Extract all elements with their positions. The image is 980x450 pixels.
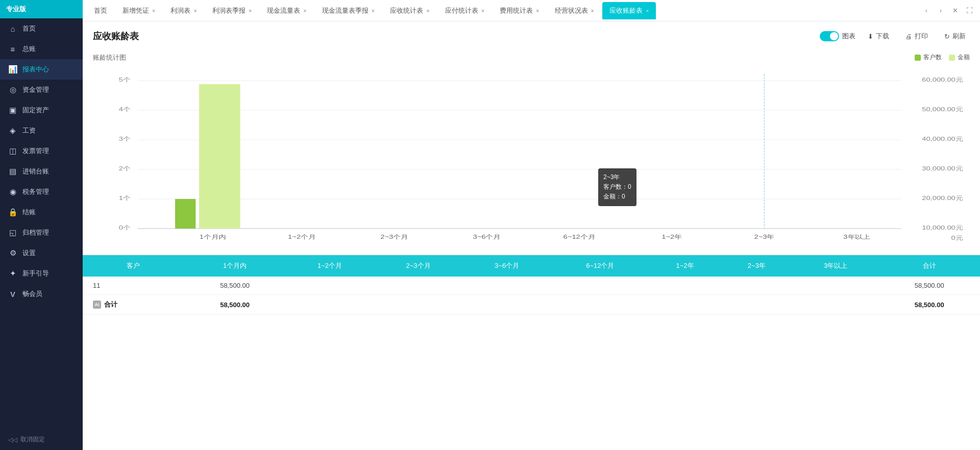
sidebar-unpin[interactable]: ◁◁ 取消固定 xyxy=(0,429,83,450)
sidebar-item-ledger[interactable]: ≡ 总账 xyxy=(0,39,83,59)
cell-m612 xyxy=(551,277,649,295)
tab-profit[interactable]: 利润表 × xyxy=(163,2,204,19)
tab-cashflow[interactable]: 现金流量表 × xyxy=(260,2,313,19)
tab-cashflow-close[interactable]: × xyxy=(303,8,306,14)
svg-text:2~3个月: 2~3个月 xyxy=(380,234,408,240)
sidebar-item-salary[interactable]: ◈ 工资 xyxy=(0,120,83,141)
sidebar-item-assets[interactable]: ▣ 固定资产 xyxy=(0,100,83,120)
reports-icon: 📊 xyxy=(8,65,17,74)
download-btn[interactable]: ⬇ 下载 xyxy=(864,30,893,43)
sidebar-item-archive[interactable]: ◱ 归档管理 xyxy=(0,222,83,243)
cell-total: 58,500.00 xyxy=(878,277,980,295)
sidebar-item-inventory[interactable]: ▤ 进销台账 xyxy=(0,161,83,182)
tab-home-label: 首页 xyxy=(94,6,107,15)
tab-prev-btn[interactable]: ‹ xyxy=(920,4,933,17)
tab-profit-label: 利润表 xyxy=(170,6,190,15)
unpin-icon: ◁◁ xyxy=(8,436,17,443)
tab-ar-aging[interactable]: 应收账龄表 × xyxy=(602,2,656,19)
chart-toggle[interactable] xyxy=(820,31,839,41)
tab-biz-status-label: 经营状况表 xyxy=(555,6,588,15)
svg-text:20,000.00元: 20,000.00元 xyxy=(922,195,963,202)
col-m612: 6~12个月 xyxy=(551,255,649,277)
print-icon: 🖨 xyxy=(905,33,912,40)
col-total: 合计 xyxy=(878,255,980,277)
funds-icon: ◎ xyxy=(8,85,17,94)
sidebar-item-home[interactable]: ⌂ 首页 xyxy=(0,18,83,39)
cell-total-y23 xyxy=(721,295,792,315)
tab-ap-stats-label: 应付统计表 xyxy=(445,6,478,15)
print-label: 打印 xyxy=(915,32,928,41)
tab-biz-status[interactable]: 经营状况表 × xyxy=(548,2,601,19)
tab-profit-quarter[interactable]: 利润表季报 × xyxy=(205,2,259,19)
tab-ar-stats-close[interactable]: × xyxy=(426,8,429,14)
svg-text:3年以上: 3年以上 xyxy=(843,234,870,240)
tab-ar-stats[interactable]: 应收统计表 × xyxy=(383,2,436,19)
tab-voucher[interactable]: 新增凭证 × xyxy=(115,2,162,19)
guide-icon: ✦ xyxy=(8,269,17,278)
sidebar-item-tax[interactable]: ◉ 税务管理 xyxy=(0,182,83,202)
total-icon: Ai xyxy=(93,301,101,309)
cell-total-m12 xyxy=(285,295,374,315)
refresh-btn[interactable]: ↻ 刷新 xyxy=(940,30,970,43)
sidebar-item-label: 工资 xyxy=(22,126,36,135)
sidebar-item-guide[interactable]: ✦ 新手引导 xyxy=(0,263,83,284)
cell-customer: 11 xyxy=(83,277,184,295)
sidebar: 专业版 ⌂ 首页 ≡ 总账 📊 报表中心 ◎ 资金管理 ▣ 固定资产 ◈ 工资 … xyxy=(0,0,83,450)
bar-customer-1 xyxy=(175,199,195,229)
cell-total-m612 xyxy=(551,295,649,315)
tab-cashflow-quarter-close[interactable]: × xyxy=(372,8,375,14)
tab-cashflow-quarter[interactable]: 现金流量表季报 × xyxy=(315,2,382,19)
tab-voucher-close[interactable]: × xyxy=(152,8,155,14)
page-header: 应收账龄表 图表 ⬇ 下载 🖨 打印 ↻ 刷新 xyxy=(83,21,980,48)
sidebar-item-settings[interactable]: ⚙ 设置 xyxy=(0,243,83,263)
tab-profit-quarter-close[interactable]: × xyxy=(249,8,252,14)
sidebar-item-label: 报表中心 xyxy=(22,65,49,74)
tab-expand-btn[interactable]: ⛶ xyxy=(963,4,976,17)
tab-close-all-btn[interactable]: ✕ xyxy=(948,4,962,17)
table-total-row: Ai 合计 58,500.00 58,500.00 xyxy=(83,295,980,315)
col-m36: 3~6个月 xyxy=(462,255,551,277)
tab-expense-stats-close[interactable]: × xyxy=(536,8,539,14)
sidebar-item-invoice[interactable]: ◫ 发票管理 xyxy=(0,141,83,161)
tab-expense-stats-label: 费用统计表 xyxy=(500,6,533,15)
tab-next-btn[interactable]: › xyxy=(934,4,947,17)
sidebar-item-member[interactable]: V 畅会员 xyxy=(0,284,83,304)
cell-m12 xyxy=(285,277,374,295)
svg-text:0个: 0个 xyxy=(119,224,131,231)
col-m1: 1个月内 xyxy=(184,255,285,277)
tab-expense-stats[interactable]: 费用统计表 × xyxy=(493,2,546,19)
tab-biz-status-close[interactable]: × xyxy=(591,8,594,14)
legend-customer-label: 客户数 xyxy=(923,53,942,62)
cell-total-y12 xyxy=(649,295,721,315)
col-y3plus: 3年以上 xyxy=(793,255,879,277)
sidebar-item-label: 畅会员 xyxy=(22,289,42,298)
sidebar-item-reports[interactable]: 📊 报表中心 xyxy=(0,59,83,80)
chart-legend: 客户数 金额 xyxy=(915,53,970,62)
sidebar-logo: 专业版 xyxy=(0,0,83,18)
tab-ap-stats[interactable]: 应付统计表 × xyxy=(438,2,492,19)
svg-text:0元: 0元 xyxy=(951,235,963,241)
cell-total-sum: 58,500.00 xyxy=(878,295,980,315)
col-y12: 1~2年 xyxy=(649,255,721,277)
refresh-icon: ↻ xyxy=(944,33,950,40)
svg-text:2个: 2个 xyxy=(119,165,131,172)
chart-svg: 5个 4个 3个 2个 1个 0个 60,000.00元 50,000.00元 … xyxy=(93,66,970,250)
assets-icon: ▣ xyxy=(8,106,17,115)
tab-voucher-label: 新增凭证 xyxy=(122,6,149,15)
tab-ap-stats-close[interactable]: × xyxy=(481,8,484,14)
sidebar-item-label: 设置 xyxy=(22,248,36,258)
inventory-icon: ▤ xyxy=(8,167,17,176)
page-title: 应收账龄表 xyxy=(93,30,820,42)
cell-total-m23 xyxy=(374,295,463,315)
print-btn[interactable]: 🖨 打印 xyxy=(901,30,932,43)
chart-area: 账龄统计图 客户数 金额 5个 4个 3个 2个 1个 xyxy=(83,48,980,255)
sidebar-item-closing[interactable]: 🔒 结账 xyxy=(0,202,83,222)
svg-text:3个: 3个 xyxy=(119,136,131,142)
sidebar-item-label: 总账 xyxy=(22,44,36,54)
sidebar-item-funds[interactable]: ◎ 资金管理 xyxy=(0,80,83,100)
tab-home[interactable]: 首页 xyxy=(87,2,114,19)
tab-ar-aging-close[interactable]: × xyxy=(646,8,649,14)
col-customer: 客户 xyxy=(83,255,184,277)
page-content: 应收账龄表 图表 ⬇ 下载 🖨 打印 ↻ 刷新 xyxy=(83,21,980,450)
tab-profit-close[interactable]: × xyxy=(193,8,197,14)
